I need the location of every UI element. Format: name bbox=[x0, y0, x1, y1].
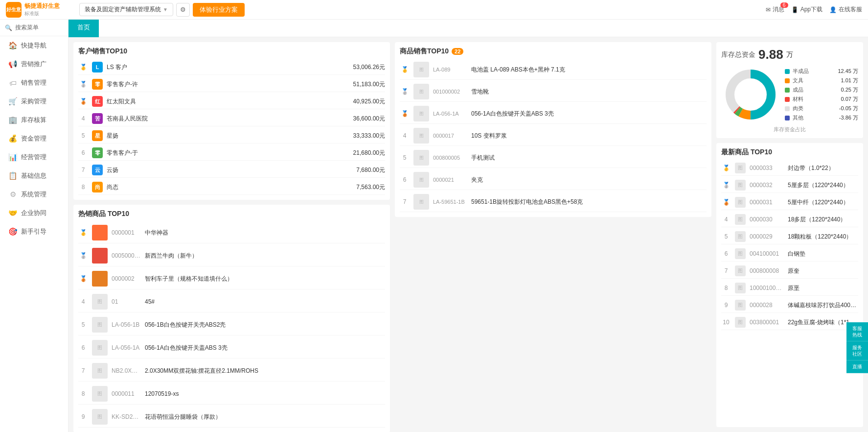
rank-number: 🥉 bbox=[78, 275, 88, 282]
legend-dot bbox=[785, 78, 790, 83]
float-btn-live[interactable]: 直播 bbox=[846, 360, 868, 373]
newest-product-item: 🥈 图 0000032 5厘多层（1220*2440） bbox=[721, 178, 858, 193]
product-image: 图 bbox=[735, 317, 746, 328]
product-code: 10000100001 bbox=[750, 285, 784, 291]
sidebar-item-kuaijie[interactable]: 🏠 快捷导航 bbox=[0, 36, 68, 55]
product-code: 0000021 bbox=[433, 177, 467, 183]
rank-number: 6 bbox=[400, 176, 410, 183]
product-name: 18多层（1220*2440） bbox=[788, 216, 858, 224]
product-code: 0000029 bbox=[750, 233, 784, 240]
online-service-button[interactable]: 👤 在线客服 bbox=[829, 5, 862, 14]
rank-avatar: 苦 bbox=[92, 113, 103, 124]
rank-name: 苍南县人民医院 bbox=[107, 115, 349, 123]
info-icon: 📋 bbox=[8, 171, 17, 180]
nav-tabs: 首页 bbox=[69, 20, 868, 37]
newest-product-item: 8 图 10000100001 原垩 bbox=[721, 281, 858, 296]
rank-name: 云扬 bbox=[107, 166, 352, 174]
business-icon: 📊 bbox=[8, 153, 17, 162]
gear-button[interactable]: ⚙ bbox=[176, 3, 190, 17]
sales-icon: 🏷 bbox=[8, 78, 17, 87]
product-image: 图 bbox=[735, 300, 746, 311]
rank-number: 🥉 bbox=[721, 199, 731, 206]
sidebar-item-yingxiao[interactable]: 📢 营销推广 bbox=[0, 55, 68, 73]
rank-name: 尚态 bbox=[107, 183, 352, 192]
product-name: 59651-1B旋转投影灯电池盒ABS黑色+58克 bbox=[471, 198, 707, 206]
rank-value: 33,333.00元 bbox=[353, 132, 385, 140]
sidebar-item-qiye[interactable]: 🤝 企业协同 bbox=[0, 204, 68, 222]
rank-avatar: 零 bbox=[92, 79, 103, 90]
legend-item: 肉类 -0.05 万 bbox=[785, 105, 858, 112]
sidebar-item-zijin[interactable]: 💰 资金管理 bbox=[0, 129, 68, 148]
newest-products-card: 最新商品 TOP10 🥇 图 0000033 封边带（1.0*22） 🥈 图 0… bbox=[716, 143, 863, 427]
product-name: 中华神器 bbox=[145, 229, 385, 237]
product-image: 图 bbox=[735, 265, 746, 276]
legend-name: 成品 bbox=[793, 86, 803, 94]
rank-number: 4 bbox=[721, 216, 731, 223]
product-sales-list: 🥇 图 LA-089 电池盖 LA-089 ABS本色+黑种 7.1克 🥈 图 … bbox=[400, 60, 707, 212]
product-name: 18颗粒板（1220*2440） bbox=[788, 233, 858, 241]
sidebar-item-jichuxinxi[interactable]: 📋 基础信息 bbox=[0, 167, 68, 185]
product-code: 000800008 bbox=[750, 267, 784, 274]
legend-item: 文具 1.01 万 bbox=[785, 77, 858, 84]
inventory-total-label: 库存总资金 bbox=[721, 50, 755, 59]
rank-avatar: 红 bbox=[92, 96, 103, 107]
sidebar-item-caigou[interactable]: 🛒 采购管理 bbox=[0, 92, 68, 111]
product-image-placeholder: 图 bbox=[92, 294, 108, 310]
mobile-icon: 📱 bbox=[791, 6, 799, 13]
sidebar-item-xitong[interactable]: ⚙ 系统管理 bbox=[0, 185, 68, 204]
product-image: 图 bbox=[735, 214, 746, 225]
float-btn-kefu[interactable]: 客服热线 bbox=[846, 322, 868, 341]
newest-product-item: 7 图 000800008 原奎 bbox=[721, 264, 858, 279]
hot-product-item: 4 图 01 45# bbox=[78, 291, 385, 312]
customer-rank-item: 🥉 红 红太阳文具 40,925.00元 bbox=[78, 94, 385, 109]
customer-rank-item: 7 云 云扬 7,680.00元 bbox=[78, 163, 385, 178]
product-sales-item: 6 图 0000021 夹克 bbox=[400, 170, 707, 190]
legend-dot bbox=[785, 116, 790, 120]
sidebar-item-jingying[interactable]: 📊 经营管理 bbox=[0, 148, 68, 167]
system-selector[interactable]: 装备及固定资产辅助管理系统 ▼ bbox=[79, 3, 173, 16]
sidebar-item-xiaoshou[interactable]: 🏷 销售管理 bbox=[0, 73, 68, 92]
rank-number: 🥉 bbox=[400, 110, 410, 117]
product-code: 003800001 bbox=[750, 319, 784, 326]
rank-number: 🥈 bbox=[721, 182, 731, 189]
search-menu[interactable]: 🔍 搜索菜单 bbox=[0, 20, 68, 36]
product-image bbox=[92, 248, 108, 264]
product-name: 封边带（1.0*22） bbox=[788, 164, 858, 172]
legend-name: 其他 bbox=[793, 114, 803, 121]
trial-button[interactable]: 体验行业方案 bbox=[193, 3, 245, 17]
product-name: 5厘多层（1220*2440） bbox=[788, 181, 858, 190]
product-name: 体碱嘉枝味苏打饮品400毫升（1*15） bbox=[788, 301, 858, 310]
product-sales-item: 🥉 图 LA-056-1A 056-1A白色按键开关盖ABS 3壳 bbox=[400, 104, 707, 124]
product-code: 0000011 bbox=[112, 390, 141, 397]
sidebar-item-xinshou[interactable]: 🎯 新手引导 bbox=[0, 222, 68, 241]
inventory-total-unit: 万 bbox=[786, 50, 793, 59]
legend-item: 成品 0.25 万 bbox=[785, 86, 858, 94]
tab-home[interactable]: 首页 bbox=[69, 20, 99, 37]
legend-value: 0.25 万 bbox=[841, 86, 858, 94]
product-name: 5厘中纤（1220*2440） bbox=[788, 198, 858, 207]
rank-number: 7 bbox=[78, 367, 88, 374]
product-code: LA-089 bbox=[433, 67, 467, 72]
inventory-icon: 🏢 bbox=[8, 116, 17, 124]
product-sales-badge: 22 bbox=[452, 48, 463, 55]
float-btn-service[interactable]: 服务社区 bbox=[846, 341, 868, 360]
right-panel: 库存总资金 9.88 万 bbox=[716, 42, 863, 427]
content-area: 首页 客户销售TOP10 🥇 L LS 客户 53,006.26元 🥈 零 零售… bbox=[69, 20, 868, 432]
legend-item: 其他 -3.86 万 bbox=[785, 114, 858, 121]
search-icon: 🔍 bbox=[5, 24, 12, 31]
rank-number: 5 bbox=[78, 321, 88, 328]
logo-text: 畅捷通好生意 标准版 bbox=[24, 2, 60, 17]
rank-value: 53,006.26元 bbox=[353, 63, 385, 72]
messages-button[interactable]: ✉ 消息 6 bbox=[766, 5, 784, 14]
product-name: 雪地靴 bbox=[471, 88, 707, 96]
product-code: 0000002 bbox=[112, 275, 141, 282]
rank-number: 🥇 bbox=[721, 165, 731, 171]
sidebar-item-kucun[interactable]: 🏢 库存核算 bbox=[0, 111, 68, 129]
product-image: 图 bbox=[735, 163, 746, 173]
rank-avatar: L bbox=[92, 62, 103, 72]
product-sales-item: 🥈 图 001000002 雪地靴 bbox=[400, 82, 707, 102]
product-code: 000500001 bbox=[112, 252, 141, 259]
legend-value: -0.05 万 bbox=[839, 105, 858, 112]
product-code: LA-056-1A bbox=[112, 344, 141, 351]
app-download-button[interactable]: 📱 App下载 bbox=[791, 5, 822, 14]
